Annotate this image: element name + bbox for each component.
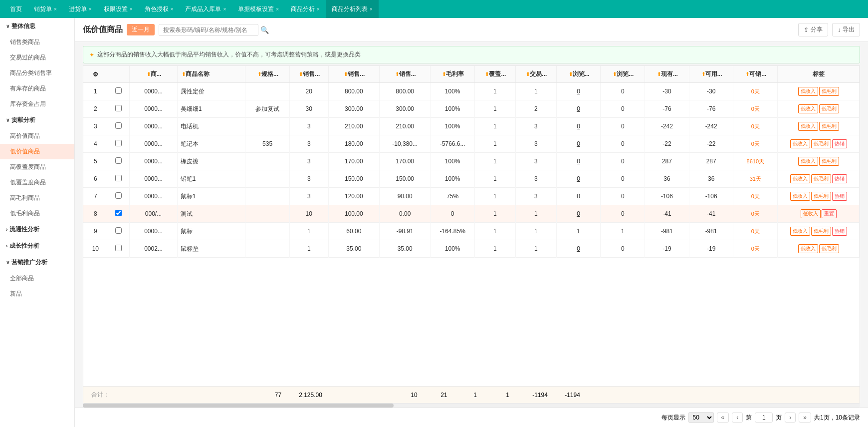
row-checkbox[interactable] (115, 87, 122, 94)
sidebar-item-high-margin[interactable]: 高毛利商品 (0, 190, 74, 206)
sales-amt-column-header[interactable]: ⬆销售... (328, 66, 379, 83)
browse1-link[interactable]: 0 (577, 105, 580, 112)
sidebar-section-overall[interactable]: ∨ 整体信息 (0, 18, 74, 34)
browse1-cell[interactable]: 0 (556, 135, 601, 153)
nav-close-icon[interactable]: × (89, 6, 92, 12)
nav-close-icon[interactable]: × (317, 6, 320, 12)
browse1-column-header[interactable]: ⬆浏览... (556, 66, 601, 83)
scrollbar[interactable] (83, 404, 860, 408)
row-checkbox[interactable] (115, 245, 122, 251)
gross-rate-column-header[interactable]: ⬆毛利率 (431, 66, 475, 83)
row-checkbox[interactable] (115, 105, 122, 111)
page-number-input[interactable] (755, 413, 773, 423)
sidebar-item-sales-goods[interactable]: 销售类商品 (0, 34, 74, 50)
row-checkbox[interactable] (115, 192, 122, 199)
row-checkbox[interactable] (115, 140, 122, 146)
nav-close-icon[interactable]: × (171, 6, 174, 12)
browse1-link[interactable]: 0 (577, 175, 580, 182)
nav-product-stock[interactable]: 产成品入库单 × (179, 0, 232, 18)
browse1-cell[interactable]: 1 (556, 223, 601, 240)
sidebar-item-high-coverage[interactable]: 高覆盖度商品 (0, 159, 74, 175)
export-button[interactable]: ↓ 导出 (832, 23, 860, 36)
browse1-link[interactable]: 0 (577, 140, 580, 147)
browse1-cell[interactable]: 0 (556, 188, 601, 205)
row-checkbox-cell[interactable] (108, 153, 130, 170)
browse1-cell[interactable]: 0 (556, 100, 601, 118)
avail-column-header[interactable]: ⬆可用... (689, 66, 733, 83)
browse1-link[interactable]: 1 (577, 228, 580, 235)
browse1-cell[interactable]: 0 (556, 118, 601, 135)
row-checkbox-cell[interactable] (108, 170, 130, 188)
row-checkbox-cell[interactable] (108, 223, 130, 240)
row-checkbox-cell[interactable] (108, 118, 130, 135)
nav-purchase-order[interactable]: 进货单 × (63, 0, 98, 18)
sidebar-item-low-value[interactable]: 低价值商品 (0, 144, 74, 159)
sidebar-item-high-value[interactable]: 高价值商品 (0, 128, 74, 144)
row-checkbox[interactable] (115, 157, 122, 164)
row-checkbox[interactable] (115, 175, 122, 181)
row-checkbox-cell[interactable] (108, 205, 130, 223)
browse1-cell[interactable]: 0 (556, 153, 601, 170)
trade-column-header[interactable]: ⬆交易... (515, 66, 556, 83)
first-page-button[interactable]: « (717, 413, 729, 423)
next-page-button[interactable]: › (785, 413, 796, 423)
sidebar-item-all-goods[interactable]: 全部商品 (0, 271, 74, 286)
search-icon[interactable]: 🔍 (260, 26, 269, 34)
sidebar-section-growth[interactable]: › 成长性分析 (0, 238, 74, 254)
nav-close-icon[interactable]: × (370, 6, 373, 12)
browse1-cell[interactable]: 0 (556, 205, 601, 223)
share-button[interactable]: ⇪ 分享 (798, 23, 828, 36)
browse1-cell[interactable]: 0 (556, 170, 601, 188)
browse1-link[interactable]: 0 (577, 210, 580, 217)
sidebar-section-circulation[interactable]: › 流通性分析 (0, 221, 74, 238)
saleable-column-header[interactable]: ⬆可销... (733, 66, 778, 83)
browse1-link[interactable]: 0 (577, 158, 580, 165)
row-checkbox-cell[interactable] (108, 135, 130, 153)
coverage-column-header[interactable]: ⬆覆盖... (475, 66, 516, 83)
nav-close-icon[interactable]: × (223, 6, 226, 12)
nav-sales-order[interactable]: 销货单 × (28, 0, 63, 18)
browse1-cell[interactable]: 0 (556, 83, 601, 100)
sidebar-item-low-margin[interactable]: 低毛利商品 (0, 206, 74, 221)
browse1-link[interactable]: 0 (577, 123, 580, 130)
sidebar-section-marketing[interactable]: ∨ 营销推广分析 (0, 254, 74, 271)
name-column-header[interactable]: ⬆商品名称 (177, 66, 245, 83)
browse2-column-header[interactable]: ⬆浏览... (601, 66, 645, 83)
row-checkbox-cell[interactable] (108, 240, 130, 258)
sales-avg-column-header[interactable]: ⬆销售... (380, 66, 431, 83)
sidebar-section-contribution[interactable]: ∨ 贡献分析 (0, 112, 74, 128)
browse1-link[interactable]: 0 (577, 193, 580, 200)
row-checkbox-cell[interactable] (108, 188, 130, 205)
row-checkbox[interactable] (115, 227, 122, 234)
nav-home[interactable]: 首页 (4, 0, 28, 18)
last-page-button[interactable]: » (799, 413, 811, 423)
sales-qty-column-header[interactable]: ⬆销售... (289, 66, 328, 83)
code-column-header[interactable]: ⬆商... (130, 66, 178, 83)
row-checkbox[interactable] (115, 210, 122, 216)
nav-product-analysis-list[interactable]: 商品分析列表 × (326, 0, 379, 18)
sidebar-item-stock-goods[interactable]: 有库存的商品 (0, 81, 74, 96)
stock-column-header[interactable]: ⬆现有... (645, 66, 689, 83)
nav-close-icon[interactable]: × (54, 6, 57, 12)
sidebar-item-low-coverage[interactable]: 低覆盖度商品 (0, 175, 74, 190)
browse1-link[interactable]: 0 (577, 245, 580, 252)
settings-column-header[interactable]: ⚙ (83, 66, 108, 83)
nav-close-icon[interactable]: × (130, 6, 133, 12)
nav-product-analysis[interactable]: 商品分析 × (285, 0, 326, 18)
row-checkbox-cell[interactable] (108, 100, 130, 118)
row-checkbox[interactable] (115, 122, 122, 129)
sidebar-item-traded-goods[interactable]: 交易过的商品 (0, 50, 74, 65)
nav-template[interactable]: 单据模板设置 × (232, 0, 285, 18)
browse1-cell[interactable]: 0 (556, 240, 601, 258)
filter-button[interactable]: 近一月 (127, 24, 155, 35)
sidebar-item-category-sales-rate[interactable]: 商品分类销售率 (0, 65, 74, 81)
page-size-select[interactable]: 50 100 200 (688, 412, 714, 423)
spec-column-header[interactable]: ⬆规格... (245, 66, 290, 83)
prev-page-button[interactable]: ‹ (732, 413, 743, 423)
nav-role[interactable]: 角色授权 × (139, 0, 180, 18)
nav-permission[interactable]: 权限设置 × (98, 0, 139, 18)
sidebar-item-stock-capital[interactable]: 库存资金占用 (0, 96, 74, 112)
browse1-link[interactable]: 0 (577, 88, 580, 95)
table-container[interactable]: ⚙ ⬆商... ⬆商品名称 ⬆规格... ⬆销售... (83, 65, 860, 387)
sidebar-item-new-goods[interactable]: 新品 (0, 286, 74, 302)
